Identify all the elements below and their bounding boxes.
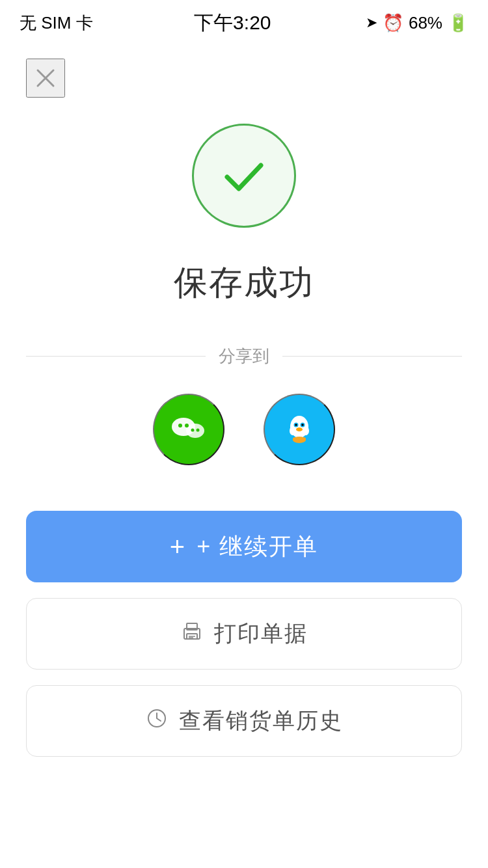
status-bar: 无 SIM 卡 下午3:20 ➤ ⏰ 68% 🔋 bbox=[0, 0, 488, 46]
success-title: 保存成功 bbox=[174, 260, 314, 306]
wechat-icon bbox=[168, 409, 210, 450]
qq-icon bbox=[278, 409, 320, 450]
success-icon-circle bbox=[192, 124, 296, 228]
svg-point-14 bbox=[301, 424, 304, 426]
history-icon bbox=[145, 707, 169, 735]
battery-text: 68% bbox=[409, 13, 442, 33]
svg-point-15 bbox=[296, 427, 303, 431]
status-left: 无 SIM 卡 bbox=[20, 12, 100, 34]
continue-label: + 继续开单 bbox=[197, 531, 318, 563]
svg-point-3 bbox=[186, 424, 204, 438]
history-label: 查看销货单历史 bbox=[179, 706, 343, 736]
status-right: ➤ ⏰ 68% 🔋 bbox=[366, 13, 468, 33]
share-label: 分享到 bbox=[219, 345, 269, 368]
svg-point-13 bbox=[295, 424, 297, 426]
battery-icon: 🔋 bbox=[448, 13, 468, 33]
close-button[interactable] bbox=[26, 59, 65, 98]
alarm-icon: ⏰ bbox=[383, 13, 403, 33]
print-label: 打印单据 bbox=[214, 619, 308, 649]
svg-point-4 bbox=[178, 424, 182, 427]
main-content: 保存成功 分享到 bbox=[0, 46, 488, 783]
continue-button[interactable]: + + 继续开单 bbox=[26, 511, 462, 582]
location-icon: ➤ bbox=[366, 14, 377, 31]
svg-point-6 bbox=[191, 429, 195, 432]
left-divider bbox=[26, 356, 206, 357]
svg-point-5 bbox=[185, 424, 189, 427]
no-sim-text: 无 SIM 卡 bbox=[20, 12, 93, 34]
qq-share-button[interactable] bbox=[264, 394, 335, 465]
svg-point-7 bbox=[197, 429, 200, 432]
right-divider bbox=[282, 356, 462, 357]
svg-point-10 bbox=[303, 426, 309, 435]
history-button[interactable]: 查看销货单历史 bbox=[26, 685, 462, 757]
print-button[interactable]: 打印单据 bbox=[26, 598, 462, 670]
plus-icon: + bbox=[170, 532, 186, 562]
share-divider-row: 分享到 bbox=[26, 345, 462, 368]
time-display: 下午3:20 bbox=[194, 10, 271, 36]
share-icons-row bbox=[26, 394, 462, 465]
printer-icon bbox=[180, 619, 204, 648]
action-buttons: + + 继续开单 打印单据 查看销货单历史 bbox=[26, 511, 462, 757]
share-section: 分享到 bbox=[26, 345, 462, 465]
wechat-share-button[interactable] bbox=[153, 394, 224, 465]
svg-rect-17 bbox=[293, 437, 306, 441]
checkmark-icon bbox=[218, 150, 270, 202]
svg-point-9 bbox=[290, 426, 296, 435]
